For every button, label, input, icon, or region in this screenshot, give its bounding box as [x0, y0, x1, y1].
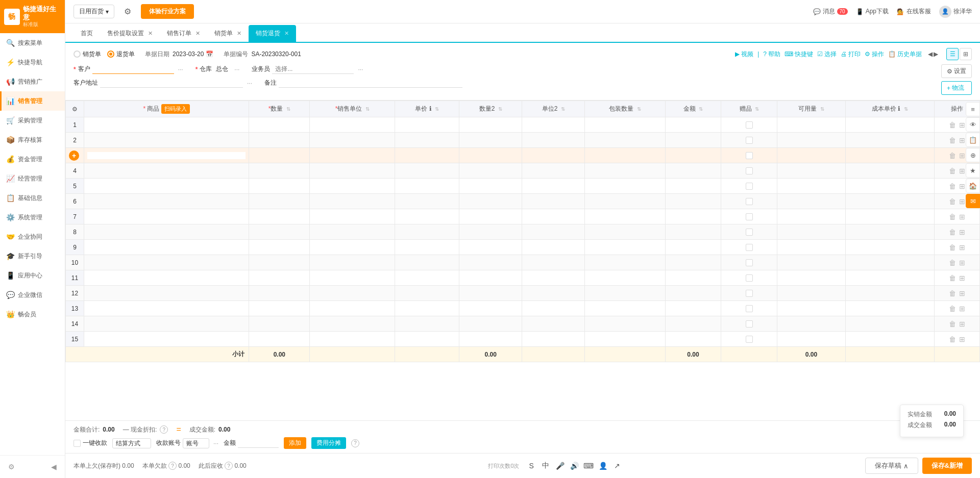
- experience-button[interactable]: 体验行业方案: [141, 4, 194, 19]
- pkgqty-cell[interactable]: [585, 163, 665, 179]
- cost-cell[interactable]: [845, 240, 934, 255]
- cost-cell[interactable]: [845, 133, 934, 148]
- one-click-checkbox[interactable]: 一键收款: [74, 439, 107, 447]
- copy-row-icon[interactable]: ⊞: [959, 121, 965, 129]
- pkgqty-cell[interactable]: [585, 301, 665, 316]
- available-cell[interactable]: [777, 316, 846, 332]
- tab-销货退货[interactable]: 销货退货✕: [249, 25, 296, 42]
- sidebar-item-畅会员[interactable]: 👑 畅会员: [0, 305, 65, 324]
- qty2-cell[interactable]: [459, 240, 522, 255]
- available-cell[interactable]: [777, 301, 846, 316]
- video-tool[interactable]: ▶ 视频: [735, 50, 753, 59]
- unit2-cell[interactable]: [522, 209, 585, 224]
- keyboard-icon[interactable]: ⌨: [582, 460, 595, 472]
- unit2-cell[interactable]: [522, 240, 585, 255]
- tab-close-icon[interactable]: ✕: [237, 30, 241, 37]
- delete-row-icon[interactable]: 🗑: [949, 182, 956, 190]
- cost-cell[interactable]: [845, 301, 934, 316]
- price-cell[interactable]: [395, 224, 459, 240]
- goods-cell[interactable]: [84, 133, 249, 148]
- delete-row-icon[interactable]: 🗑: [949, 289, 956, 297]
- account-select[interactable]: 账号: [183, 438, 209, 448]
- price-cell[interactable]: [395, 332, 459, 347]
- quantity-cell[interactable]: [249, 209, 310, 224]
- unit2-cell[interactable]: [522, 316, 585, 332]
- prev-record-icon[interactable]: ◀: [928, 51, 933, 58]
- unit-cell[interactable]: [310, 224, 395, 240]
- tab-首页[interactable]: 首页: [74, 25, 100, 42]
- gift-checkbox[interactable]: [746, 137, 753, 144]
- collapse-icon[interactable]: ◀: [46, 460, 61, 474]
- gift-checkbox[interactable]: [746, 274, 753, 282]
- qty2-cell[interactable]: [459, 301, 522, 316]
- print-tool[interactable]: 🖨 打印: [841, 50, 861, 59]
- gift-checkbox[interactable]: [746, 213, 753, 220]
- cost-cell[interactable]: [845, 332, 934, 347]
- qty2-cell[interactable]: [459, 133, 522, 148]
- list-view-btn[interactable]: ⊞: [960, 48, 972, 60]
- price-cell[interactable]: [395, 270, 459, 286]
- qty2-cell[interactable]: [459, 255, 522, 270]
- message-button[interactable]: 💬 消息 70: [813, 7, 848, 16]
- cost-cell[interactable]: [845, 270, 934, 286]
- price-cell[interactable]: [395, 133, 459, 148]
- pkgqty-cell[interactable]: [585, 240, 665, 255]
- quantity-cell[interactable]: [249, 301, 310, 316]
- delete-row-icon[interactable]: 🗑: [949, 152, 956, 160]
- goods-cell[interactable]: [84, 163, 249, 179]
- available-cell[interactable]: [777, 270, 846, 286]
- operate-tool[interactable]: ⚙ 操作: [865, 50, 884, 59]
- discount-help-icon[interactable]: ?: [160, 425, 168, 434]
- qty2-cell[interactable]: [459, 270, 522, 286]
- qty2-cell[interactable]: [459, 286, 522, 301]
- right-tool-2[interactable]: 👁: [966, 117, 980, 132]
- logistics-button[interactable]: + 物流: [941, 81, 972, 95]
- unit-cell[interactable]: [310, 332, 395, 347]
- sidebar-item-销售管理[interactable]: 📊 销售管理: [0, 91, 65, 111]
- delete-row-icon[interactable]: 🗑: [949, 335, 956, 343]
- user-profile[interactable]: 👤 徐泽华: [939, 6, 972, 18]
- copy-row-icon[interactable]: ⊞: [959, 320, 965, 328]
- help-tool[interactable]: ? 帮助: [763, 50, 780, 59]
- price-cell[interactable]: [395, 301, 459, 316]
- goods-cell[interactable]: [84, 316, 249, 332]
- warehouse-picker[interactable]: ···: [234, 66, 239, 73]
- unit2-cell[interactable]: [522, 270, 585, 286]
- gift-checkbox[interactable]: [746, 198, 753, 205]
- cost-cell[interactable]: [845, 148, 934, 163]
- add-payment-button[interactable]: 添加: [284, 437, 306, 449]
- cost-cell[interactable]: [845, 224, 934, 240]
- goods-cell[interactable]: [84, 148, 249, 163]
- copy-row-icon[interactable]: ⊞: [959, 289, 965, 297]
- copy-row-icon[interactable]: ⊞: [959, 136, 965, 144]
- person-icon[interactable]: 👤: [597, 460, 609, 472]
- industry-select[interactable]: 日用百货 ▾: [74, 5, 114, 18]
- delete-row-icon[interactable]: 🗑: [949, 136, 956, 144]
- quantity-cell[interactable]: [249, 332, 310, 347]
- pkgqty-cell[interactable]: [585, 255, 665, 270]
- goods-cell[interactable]: [84, 286, 249, 301]
- unit-cell[interactable]: [310, 117, 395, 133]
- add-row-button[interactable]: +: [69, 150, 79, 161]
- tab-close-icon[interactable]: ✕: [195, 30, 200, 37]
- quantity-cell[interactable]: [249, 255, 310, 270]
- available-cell[interactable]: [777, 179, 846, 194]
- gift-checkbox[interactable]: [746, 336, 753, 343]
- unit2-cell[interactable]: [522, 301, 585, 316]
- available-cell[interactable]: [777, 255, 846, 270]
- sidebar-item-经营管理[interactable]: 📈 经营管理: [0, 169, 65, 188]
- qty2-cell[interactable]: [459, 163, 522, 179]
- qty2-cell[interactable]: [459, 316, 522, 332]
- goods-cell[interactable]: [84, 240, 249, 255]
- cost-cell[interactable]: [845, 209, 934, 224]
- quantity-cell[interactable]: [249, 224, 310, 240]
- account-picker[interactable]: ···: [213, 440, 218, 447]
- available-cell[interactable]: [777, 148, 846, 163]
- unit-cell[interactable]: [310, 255, 395, 270]
- gift-checkbox[interactable]: [746, 244, 753, 251]
- copy-row-icon[interactable]: ⊞: [959, 197, 965, 206]
- amount-cell[interactable]: [665, 301, 721, 316]
- sidebar-item-快捷导航[interactable]: ⚡ 快捷导航: [0, 53, 65, 72]
- gift-checkbox[interactable]: [746, 259, 753, 266]
- tab-售价提取设置[interactable]: 售价提取设置✕: [100, 25, 160, 42]
